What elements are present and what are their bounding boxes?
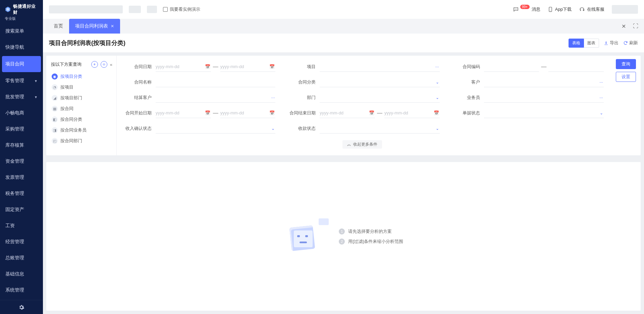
caret-down-icon: ▼ bbox=[34, 79, 38, 83]
scheme-settings-icon[interactable] bbox=[101, 61, 107, 68]
chevron-down-icon[interactable]: ⌄ bbox=[599, 111, 604, 115]
sidebar-item-label: 采购管理 bbox=[5, 126, 24, 132]
scheme-label: 按合同部门 bbox=[60, 138, 82, 144]
gear-icon[interactable] bbox=[18, 304, 24, 310]
segment-chart[interactable]: 图表 bbox=[584, 39, 599, 48]
segment-table[interactable]: 表格 bbox=[569, 39, 584, 48]
sidebar-item-4[interactable]: 批发管理▼ bbox=[0, 89, 43, 105]
calendar-icon[interactable]: 📅 bbox=[269, 64, 275, 69]
label-salesperson: 业务员 bbox=[449, 95, 484, 101]
step-2-badge: 2 bbox=[339, 239, 345, 245]
input-contract-date-to[interactable]: 📅 bbox=[220, 62, 276, 72]
chevron-down-icon[interactable]: ⌄ bbox=[435, 95, 440, 100]
sidebar-item-label: 小畅电商 bbox=[5, 110, 24, 116]
input-contract-date-from[interactable]: 📅 bbox=[156, 62, 211, 72]
scheme-label: 按项目部门 bbox=[60, 95, 82, 101]
input-contract-name[interactable] bbox=[156, 77, 275, 87]
sidebar-item-14[interactable]: 总账管理 bbox=[0, 250, 43, 266]
collapse-scheme-icon[interactable]: « bbox=[110, 62, 112, 67]
tab-1[interactable]: 项目合同利润表✕ bbox=[69, 19, 120, 34]
scheme-item-3[interactable]: ▦按合同 bbox=[46, 103, 116, 114]
demo-link[interactable]: 我要看实例演示 bbox=[163, 6, 200, 12]
input-customer[interactable]: ··· bbox=[484, 77, 604, 87]
sidebar-menu: 搜索菜单快捷导航项目合同零售管理▼批发管理▼小畅电商采购管理库存核算资金管理发票… bbox=[0, 23, 43, 300]
calendar-icon[interactable]: 📅 bbox=[204, 64, 211, 69]
svg-point-5 bbox=[104, 64, 105, 65]
input-end-date-from[interactable]: 📅 bbox=[320, 108, 375, 118]
label-start-date: 合同开始日期 bbox=[121, 110, 156, 116]
scheme-item-4[interactable]: ◧按合同分类 bbox=[46, 114, 116, 125]
chevron-down-icon[interactable]: ⌄ bbox=[435, 80, 440, 85]
lookup-icon[interactable]: ··· bbox=[599, 80, 604, 85]
calendar-icon[interactable]: 📅 bbox=[269, 110, 275, 115]
input-contract-category[interactable]: ⌄ bbox=[320, 77, 439, 87]
online-service-link[interactable]: 在线客服 bbox=[579, 6, 604, 12]
sidebar-item-label: 固定资产 bbox=[5, 207, 24, 213]
input-start-date-to[interactable]: 📅 bbox=[220, 108, 276, 118]
tabs-close-icon[interactable]: ✕ bbox=[620, 22, 627, 30]
close-tab-icon[interactable]: ✕ bbox=[111, 24, 114, 29]
sidebar-item-label: 系统管理 bbox=[5, 287, 24, 293]
input-income-status[interactable]: ⌄ bbox=[156, 123, 275, 134]
sidebar-item-label: 零售管理 bbox=[5, 78, 24, 84]
scheme-icon: ▦ bbox=[52, 106, 58, 112]
scheme-label: 按合同 bbox=[60, 106, 73, 112]
label-contract-name: 合同名称 bbox=[121, 79, 156, 85]
brand-subtitle: 专业版 bbox=[5, 16, 39, 21]
messages-link[interactable]: 99+ 消息 bbox=[513, 6, 540, 12]
input-project[interactable]: ··· bbox=[320, 62, 439, 72]
input-department[interactable]: ⌄ bbox=[320, 93, 439, 103]
input-salesperson[interactable]: ··· bbox=[484, 93, 604, 103]
sidebar-item-10[interactable]: 税务管理 bbox=[0, 186, 43, 202]
scheme-item-5[interactable]: ◨按合同业务员 bbox=[46, 125, 116, 136]
scheme-item-1[interactable]: ◔按项目 bbox=[46, 82, 116, 93]
sidebar-item-6[interactable]: 采购管理 bbox=[0, 121, 43, 137]
add-scheme-icon[interactable]: + bbox=[91, 61, 98, 68]
input-end-date-to[interactable]: 📅 bbox=[384, 108, 440, 118]
lookup-icon[interactable]: ··· bbox=[435, 64, 440, 69]
sidebar-item-3[interactable]: 零售管理▼ bbox=[0, 73, 43, 89]
export-button[interactable]: 导出 bbox=[604, 40, 619, 46]
sidebar-item-16[interactable]: 系统管理 bbox=[0, 282, 43, 298]
demo-icon bbox=[163, 7, 168, 12]
sidebar-item-8[interactable]: 资金管理 bbox=[0, 153, 43, 169]
range-sep: — bbox=[539, 64, 548, 70]
input-settle-customer[interactable]: ··· bbox=[156, 93, 275, 103]
sidebar-item-9[interactable]: 发票管理 bbox=[0, 169, 43, 186]
message-icon bbox=[513, 6, 519, 12]
scheme-item-6[interactable]: ◰按合同部门 bbox=[46, 136, 116, 146]
sidebar-item-13[interactable]: 经营管理 bbox=[0, 234, 43, 250]
settings-button[interactable]: 设置 bbox=[616, 72, 636, 82]
fullscreen-icon[interactable]: ⛶ bbox=[632, 22, 639, 30]
scheme-item-0[interactable]: ◉按项目分类 bbox=[46, 71, 116, 82]
collapse-filters-button[interactable]: ︽ 收起更多条件 bbox=[342, 140, 382, 149]
input-receipt-status[interactable]: ⌄ bbox=[320, 123, 439, 134]
chevron-up-icon: ︽ bbox=[347, 142, 351, 147]
query-button[interactable]: 查询 bbox=[616, 59, 636, 69]
lookup-icon[interactable]: ··· bbox=[270, 95, 275, 100]
chevron-down-icon[interactable]: ⌄ bbox=[435, 126, 440, 131]
lookup-icon[interactable]: ··· bbox=[599, 95, 604, 100]
sidebar-item-15[interactable]: 基础信息 bbox=[0, 266, 43, 282]
tab-0[interactable]: 首页 bbox=[48, 19, 69, 34]
input-bill-status[interactable]: ⌄ bbox=[484, 108, 604, 118]
calendar-icon[interactable]: 📅 bbox=[368, 110, 375, 115]
sidebar-item-5[interactable]: 小畅电商 bbox=[0, 105, 43, 121]
sidebar-item-12[interactable]: 工资 bbox=[0, 218, 43, 234]
sidebar-item-2[interactable]: 项目合同 bbox=[2, 56, 41, 72]
sidebar-item-0[interactable]: 搜索菜单 bbox=[0, 23, 43, 39]
calendar-icon[interactable]: 📅 bbox=[433, 110, 440, 115]
sidebar-item-7[interactable]: 库存核算 bbox=[0, 137, 43, 153]
chevron-down-icon[interactable]: ⌄ bbox=[271, 126, 275, 131]
input-start-date-from[interactable]: 📅 bbox=[156, 108, 211, 118]
scheme-item-2[interactable]: ◢按项目部门 bbox=[46, 93, 116, 103]
input-contract-code-from[interactable] bbox=[484, 62, 539, 72]
sidebar-item-label: 经营管理 bbox=[5, 239, 24, 245]
sidebar-item-1[interactable]: 快捷导航 bbox=[0, 39, 43, 55]
calendar-icon[interactable]: 📅 bbox=[204, 110, 211, 115]
page-title: 项目合同利润表(按项目分类) bbox=[49, 39, 125, 47]
app-download-link[interactable]: App下载 bbox=[548, 6, 572, 12]
refresh-button[interactable]: 刷新 bbox=[623, 40, 638, 46]
sidebar-item-11[interactable]: 固定资产 bbox=[0, 202, 43, 218]
input-contract-code-to[interactable] bbox=[548, 62, 604, 72]
